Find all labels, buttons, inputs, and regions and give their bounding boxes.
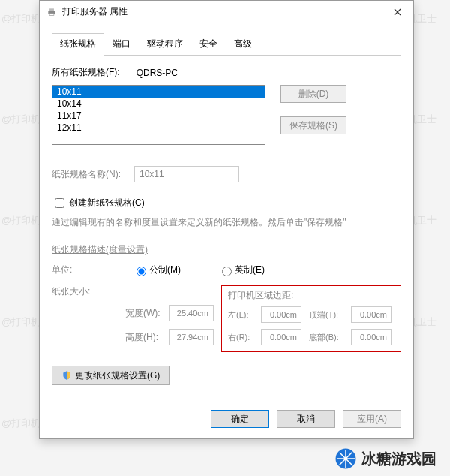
change-form-settings-button[interactable]: 更改纸张规格设置(G) xyxy=(52,366,170,385)
section-title: 纸张规格描述(度量设置) xyxy=(52,243,401,256)
paper-size-label: 纸张大小: xyxy=(52,285,125,352)
form-name-label: 纸张规格名称(N): xyxy=(52,168,134,181)
description-text: 通过编辑现有的名称和度量设置来定义新的纸张规格。然后单击"保存规格" xyxy=(52,215,401,230)
margin-bottom-input[interactable] xyxy=(351,329,392,345)
create-new-label: 创建新纸张规格(C) xyxy=(69,197,145,209)
tab-security[interactable]: 安全 xyxy=(191,33,226,56)
form-name-input[interactable] xyxy=(134,166,239,182)
margin-top-input[interactable] xyxy=(351,306,392,323)
tab-forms[interactable]: 纸张规格 xyxy=(52,33,104,56)
list-item[interactable]: 12x11 xyxy=(52,122,265,134)
printer-margins-box: 打印机区域边距: 左(L): 顶端(T): 右(R): 底部(B): xyxy=(221,285,401,352)
server-name: QDRS-PC xyxy=(136,68,178,78)
margin-left-label: 左(L): xyxy=(228,309,256,321)
printer-icon xyxy=(46,7,58,17)
close-icon xyxy=(394,8,401,16)
list-item[interactable]: 10x14 xyxy=(52,98,265,110)
print-server-properties-dialog: 打印服务器 属性 纸张规格 端口 驱动程序 安全 高级 所有纸张规格(F): Q… xyxy=(39,0,414,439)
save-form-button[interactable]: 保存规格(S) xyxy=(280,116,346,134)
titlebar: 打印服务器 属性 xyxy=(40,1,413,23)
radio-metric[interactable]: 公制(M) xyxy=(133,264,181,276)
width-label: 宽度(W): xyxy=(125,307,169,320)
tab-content: 所有纸张规格(F): QDRS-PC 10x11 10x14 11x17 12x… xyxy=(40,60,413,402)
forms-listbox[interactable]: 10x11 10x14 11x17 12x11 xyxy=(52,85,266,145)
tab-area: 纸张规格 端口 驱动程序 安全 高级 xyxy=(40,23,413,60)
create-new-checkbox[interactable] xyxy=(55,198,64,208)
snowflake-icon xyxy=(334,447,357,470)
svg-rect-2 xyxy=(50,13,54,15)
margin-right-input[interactable] xyxy=(261,329,302,345)
shield-icon xyxy=(62,370,72,381)
site-logo: 冰糖游戏园 xyxy=(334,447,436,470)
tabs: 纸张规格 端口 驱动程序 安全 高级 xyxy=(52,32,401,56)
delete-button[interactable]: 删除(D) xyxy=(280,85,346,103)
dialog-footer: 确定 取消 应用(A) xyxy=(40,402,413,438)
list-item[interactable]: 11x17 xyxy=(52,110,265,122)
margins-title: 打印机区域边距: xyxy=(228,289,394,302)
svg-rect-1 xyxy=(50,8,54,11)
margin-top-label: 顶端(T): xyxy=(309,309,346,321)
tab-drivers[interactable]: 驱动程序 xyxy=(139,33,191,56)
apply-button[interactable]: 应用(A) xyxy=(343,410,401,428)
tab-advanced[interactable]: 高级 xyxy=(226,33,260,56)
height-input[interactable] xyxy=(169,329,214,345)
margin-right-label: 右(R): xyxy=(228,332,256,343)
tab-ports[interactable]: 端口 xyxy=(104,33,139,56)
radio-metric-input[interactable] xyxy=(136,267,146,276)
units-label: 单位: xyxy=(52,264,133,276)
radio-english[interactable]: 英制(E) xyxy=(218,264,265,276)
window-title: 打印服务器 属性 xyxy=(62,5,382,18)
height-label: 高度(H): xyxy=(125,331,169,344)
all-forms-label: 所有纸张规格(F): xyxy=(52,66,120,79)
radio-english-input[interactable] xyxy=(222,267,232,276)
list-item[interactable]: 10x11 xyxy=(52,86,265,98)
margin-bottom-label: 底部(B): xyxy=(309,332,346,343)
width-input[interactable] xyxy=(169,305,214,321)
ok-button[interactable]: 确定 xyxy=(211,410,269,428)
close-button[interactable] xyxy=(382,2,413,23)
logo-text: 冰糖游戏园 xyxy=(362,449,436,469)
margin-left-input[interactable] xyxy=(261,306,302,323)
cancel-button[interactable]: 取消 xyxy=(277,410,335,428)
